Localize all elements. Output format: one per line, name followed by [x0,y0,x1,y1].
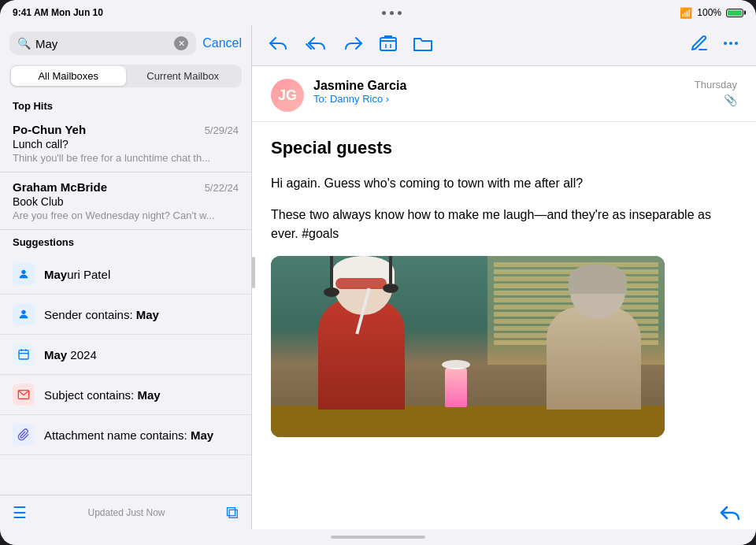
status-bar: 9:41 AM Mon Jun 10 📶 100% [0,0,756,25]
svg-point-0 [21,270,25,274]
email-date: Thursday [695,79,737,91]
battery-pct: 100% [697,7,721,18]
mailbox-segmented-control[interactable]: All Mailboxes Current Mailbox [9,65,242,87]
more-button[interactable] [721,34,740,57]
updated-text: Updated Just Now [87,507,165,518]
suggestion-item-attachment[interactable]: Attachment name contains: May [0,415,251,455]
svg-point-13 [735,42,738,45]
mail-preview: Are you free on Wednesday night? Can't w… [13,209,239,221]
mail-subject: Lunch call? [13,138,239,150]
attachment-indicator-icon: 📎 [724,94,737,106]
suggestion-bold: May [191,428,213,442]
wifi-icon: 📶 [680,7,692,19]
photo-scene [271,256,665,437]
mail-item[interactable]: Po-Chun Yeh 5/29/24 Lunch call? Think yo… [0,115,251,172]
email-paragraph-1: Hi again. Guess who's coming to town wit… [271,174,737,193]
suggestion-text: Subject contains: May [44,388,161,402]
search-bar: 🔍 May ✕ Cancel [0,25,251,61]
suggestion-text: Mayuri Patel [44,268,110,281]
svg-point-1 [21,310,25,314]
right-panel: JG Jasmine Garcia To: Danny Rico › Thurs… [252,25,756,529]
status-icons: 📶 100% [680,7,743,19]
suggestions-list: Mayuri Patel Sender contains: May [0,254,251,455]
email-image [271,256,665,437]
compose-button[interactable] [690,34,709,57]
svg-rect-7 [380,38,396,50]
mail-date: 5/22/24 [205,182,239,194]
home-bar [331,536,425,539]
reply-button[interactable] [268,35,288,57]
calendar-icon [13,343,35,365]
home-indicator [0,529,756,545]
reply-bottom-button[interactable] [718,502,740,526]
bottom-bar: ☰ Updated Just Now ⧉ [0,495,251,529]
suggestion-text: May 2024 [44,348,97,361]
mail-sender: Po-Chun Yeh [13,123,86,136]
suggestion-bold: May [136,308,159,321]
email-body: Special guests Hi again. Guess who's com… [252,122,756,529]
suggestion-bold: May [44,268,67,281]
email-subject: Special guests [271,138,737,158]
email-to[interactable]: To: Danny Rico › [313,93,685,105]
search-clear-button[interactable]: ✕ [174,36,188,50]
suggestion-item-subject[interactable]: Subject contains: May [0,375,251,415]
delete-button[interactable] [380,34,397,57]
suggestion-text: Sender contains: May [44,308,159,321]
mail-item[interactable]: Graham McBride 5/22/24 Book Club Are you… [0,172,251,230]
suggestion-text: Attachment name contains: May [44,428,213,442]
svg-point-11 [724,42,727,45]
cancel-button[interactable]: Cancel [202,36,242,50]
suggestion-bold: May [137,388,160,402]
mail-sender: Graham McBride [13,180,107,194]
svg-point-12 [729,42,732,45]
sender-icon [13,303,35,325]
move-to-folder-button[interactable] [413,35,433,57]
tab-icon[interactable]: ⧉ [226,502,239,523]
mail-item-header: Graham McBride 5/22/24 [13,180,239,194]
suggestion-item-person[interactable]: Mayuri Patel [0,254,251,295]
left-panel: 🔍 May ✕ Cancel All Mailboxes Current Mai… [0,25,252,529]
avatar: JG [271,79,304,112]
mail-preview: Think you'll be free for a lunchtime cha… [13,152,239,164]
email-toolbar [252,25,756,66]
segment-current-mailbox[interactable]: Current Mailbox [126,66,241,86]
email-meta: Jasmine Garcia To: Danny Rico › [313,79,685,105]
search-icon: 🔍 [17,37,31,50]
attachment-icon [13,424,35,446]
suggestion-item-sender[interactable]: Sender contains: May [0,295,251,335]
mail-date: 5/29/24 [205,124,239,136]
filter-icon[interactable]: ☰ [13,503,27,522]
reply-all-button[interactable] [304,35,328,57]
resize-handle[interactable] [252,257,255,288]
email-sender-name: Jasmine Garcia [313,79,685,93]
segment-all-mailboxes[interactable]: All Mailboxes [11,66,126,86]
suggestion-item-calendar[interactable]: May 2024 [0,335,251,375]
main-content: 🔍 May ✕ Cancel All Mailboxes Current Mai… [0,25,756,529]
search-input-wrapper[interactable]: 🔍 May ✕ [9,32,196,55]
ipad-frame: 9:41 AM Mon Jun 10 📶 100% 🔍 May ✕ [0,0,756,545]
battery-icon [726,9,743,17]
email-timestamp: Thursday 📎 [695,79,737,106]
status-time: 9:41 AM Mon Jun 10 [13,7,103,18]
toolbar-left [268,34,433,57]
email-paragraph-2: These two always know how to make me lau… [271,206,737,243]
status-dots [382,11,402,15]
person-icon [13,263,35,285]
suggestions-header: Suggestions [0,230,251,251]
forward-button[interactable] [343,35,364,57]
mail-item-header: Po-Chun Yeh 5/29/24 [13,123,239,136]
svg-rect-2 [19,350,28,359]
toolbar-right [690,34,740,57]
mail-icon [13,384,35,406]
mail-subject: Book Club [13,195,239,208]
suggestion-bold: May [44,348,67,361]
email-header: JG Jasmine Garcia To: Danny Rico › Thurs… [252,66,756,122]
top-hits-header: Top Hits [0,94,251,115]
search-input[interactable]: May [35,37,169,50]
